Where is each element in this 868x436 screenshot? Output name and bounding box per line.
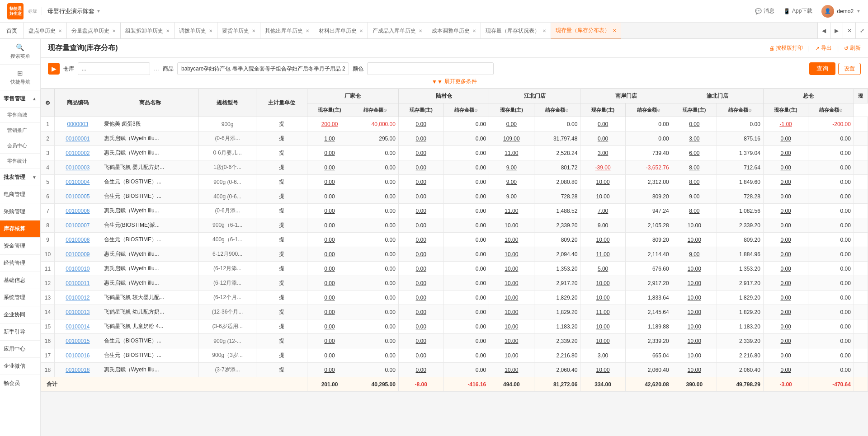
row-lucun-qty[interactable]: 0.00: [398, 175, 443, 189]
row-total-qty[interactable]: -1.00: [763, 117, 808, 131]
row-yubei-qty[interactable]: 9.00: [672, 247, 717, 262]
sidebar-item-retail[interactable]: 零售管理 ▲: [0, 90, 40, 108]
row-jiangbei-qty[interactable]: 10.00: [489, 262, 534, 276]
row-yubei-qty[interactable]: 10.00: [672, 363, 717, 377]
sidebar-item-retail-store[interactable]: 零售商城: [0, 108, 40, 123]
row-code[interactable]: 00100006: [55, 204, 101, 218]
color-input[interactable]: [367, 62, 494, 75]
sidebar-item-purchase[interactable]: 采购管理: [0, 203, 40, 220]
row-jiangbei-qty[interactable]: 10.00: [489, 363, 534, 377]
tab-inventory-single[interactable]: 盘点单历史 ✕: [24, 23, 67, 39]
row-factory-qty[interactable]: 1.00: [307, 131, 352, 146]
sidebar-item-basic[interactable]: 基础信息: [0, 272, 40, 289]
row-yubei-qty[interactable]: 10.00: [672, 276, 717, 291]
row-total-qty[interactable]: 0.00: [763, 291, 808, 305]
sidebar-item-member[interactable]: 会员中心: [0, 138, 40, 154]
sidebar-item-app-center[interactable]: 应用中心: [0, 341, 40, 358]
tab-order[interactable]: 要货单历史 ✕: [217, 23, 260, 39]
row-code[interactable]: 00100009: [55, 247, 101, 262]
tab-close-2[interactable]: ✕: [112, 28, 116, 33]
row-jiangbei-qty[interactable]: 10.00: [489, 247, 534, 262]
row-total-qty[interactable]: 0.00: [763, 305, 808, 319]
tab-close-10[interactable]: ✕: [542, 28, 546, 33]
row-nanan-qty[interactable]: 5.00: [580, 262, 626, 276]
sidebar-item-enterprise-wechat[interactable]: 企业微信: [0, 358, 40, 375]
row-yubei-qty[interactable]: 10.00: [672, 262, 717, 276]
row-nanan-qty[interactable]: 10.00: [580, 175, 626, 189]
message-btn[interactable]: 💬 消息: [755, 7, 774, 15]
row-lucun-qty[interactable]: 0.00: [398, 262, 443, 276]
tab-close-8[interactable]: ✕: [419, 28, 422, 33]
row-lucun-qty[interactable]: 0.00: [398, 305, 443, 319]
row-nanan-qty[interactable]: 10.00: [580, 291, 626, 305]
row-factory-qty[interactable]: 0.00: [307, 334, 352, 348]
row-lucun-qty[interactable]: 0.00: [398, 233, 443, 247]
row-lucun-qty[interactable]: 0.00: [398, 247, 443, 262]
row-yubei-qty[interactable]: 0.00: [672, 117, 717, 131]
sidebar-item-enterprise[interactable]: 企业协同: [0, 306, 40, 323]
row-factory-qty[interactable]: 200.00: [307, 117, 352, 131]
sidebar-item-retail-stats[interactable]: 零售统计: [0, 154, 40, 169]
row-total-qty[interactable]: 0.00: [763, 348, 808, 363]
sidebar-item-business[interactable]: 经营管理: [0, 255, 40, 272]
row-yubei-qty[interactable]: 10.00: [672, 233, 717, 247]
row-total-qty[interactable]: 0.00: [763, 334, 808, 348]
tab-other-out[interactable]: 其他出库单历史 ✕: [260, 23, 314, 39]
row-factory-qty[interactable]: 0.00: [307, 204, 352, 218]
row-total-qty[interactable]: 0.00: [763, 218, 808, 233]
row-nanan-qty[interactable]: 3.00: [580, 146, 626, 160]
sidebar-item-shortcut[interactable]: ⊞ 快捷导航: [0, 65, 40, 90]
tab-close-6[interactable]: ✕: [306, 28, 309, 33]
row-jiangbei-qty[interactable]: 11.00: [489, 146, 534, 160]
row-nanan-qty[interactable]: 10.00: [580, 189, 626, 204]
row-factory-qty[interactable]: 0.00: [307, 305, 352, 319]
row-code[interactable]: 00100007: [55, 218, 101, 233]
setting-btn[interactable]: 设置: [838, 63, 861, 75]
row-total-qty[interactable]: 0.00: [763, 204, 808, 218]
sidebar-item-ecommerce[interactable]: 电商管理: [0, 186, 40, 203]
tab-expand-btn[interactable]: ⤢: [855, 23, 868, 38]
sidebar-item-inventory[interactable]: 库存核算: [0, 220, 40, 238]
print-btn[interactable]: 🖨 按模版打印: [769, 44, 803, 52]
tab-close-9[interactable]: ✕: [472, 28, 476, 33]
row-code[interactable]: 00100001: [55, 131, 101, 146]
sidebar-item-system[interactable]: 系统管理: [0, 289, 40, 306]
row-nanan-qty[interactable]: 0.00: [580, 131, 626, 146]
row-nanan-qty[interactable]: 11.00: [580, 305, 626, 319]
tab-product-in[interactable]: 产成品入库单历史 ✕: [368, 23, 427, 39]
row-jiangbei-qty[interactable]: 10.00: [489, 233, 534, 247]
tab-stock-status[interactable]: 现存量（库存状况表） ✕: [481, 23, 551, 39]
search-btn[interactable]: 查询: [809, 62, 835, 75]
row-nanan-qty[interactable]: 7.00: [580, 204, 626, 218]
tab-close-7[interactable]: ✕: [359, 28, 363, 33]
row-jiangbei-qty[interactable]: 10.00: [489, 334, 534, 348]
row-code[interactable]: 00100010: [55, 262, 101, 276]
row-code[interactable]: 00100002: [55, 146, 101, 160]
row-nanan-qty[interactable]: 11.00: [580, 247, 626, 262]
row-yubei-qty[interactable]: 3.00: [672, 131, 717, 146]
row-code[interactable]: 00100004: [55, 175, 101, 189]
row-jiangbei-qty[interactable]: 9.00: [489, 189, 534, 204]
row-factory-qty[interactable]: 0.00: [307, 291, 352, 305]
row-yubei-qty[interactable]: 10.00: [672, 291, 717, 305]
tab-next-btn[interactable]: ▶: [830, 23, 843, 38]
row-code[interactable]: 00100018: [55, 363, 101, 377]
export-btn[interactable]: ↗ 导出: [815, 44, 832, 52]
tab-close-1[interactable]: ✕: [58, 28, 62, 33]
tab-transfer[interactable]: 调拨单历史 ✕: [175, 23, 217, 39]
row-jiangbei-qty[interactable]: 10.00: [489, 291, 534, 305]
row-jiangbei-qty[interactable]: 10.00: [489, 276, 534, 291]
tab-close-4[interactable]: ✕: [209, 28, 212, 33]
row-jiangbei-qty[interactable]: 9.00: [489, 175, 534, 189]
row-jiangbei-qty[interactable]: 10.00: [489, 305, 534, 319]
row-factory-qty[interactable]: 0.00: [307, 233, 352, 247]
row-lucun-qty[interactable]: 0.00: [398, 117, 443, 131]
row-code[interactable]: 00100013: [55, 305, 101, 319]
row-code[interactable]: 00100014: [55, 319, 101, 334]
row-yubei-qty[interactable]: 8.00: [672, 175, 717, 189]
row-nanan-qty[interactable]: -39.00: [580, 160, 626, 175]
refresh-btn[interactable]: ↺ 刷新: [844, 44, 861, 52]
row-nanan-qty[interactable]: 0.00: [580, 117, 626, 131]
sidebar-item-finance[interactable]: 资金管理: [0, 238, 40, 255]
row-jiangbei-qty[interactable]: 11.00: [489, 204, 534, 218]
